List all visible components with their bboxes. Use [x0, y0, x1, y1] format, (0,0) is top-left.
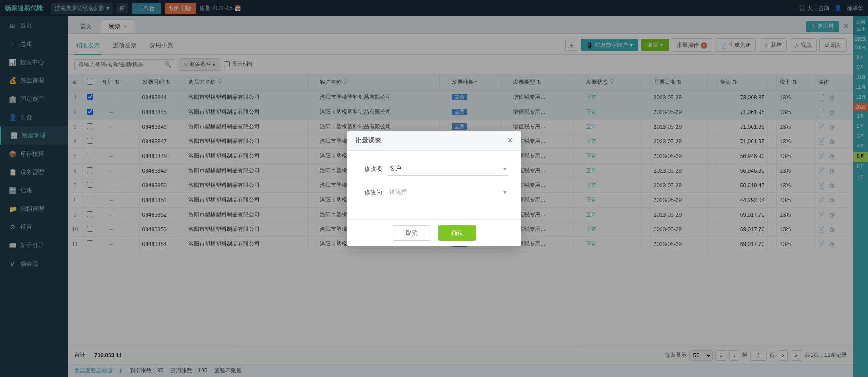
batch-adjust-modal: 批量调整 ✕ 修改项 客户 ▾ 修改为 请选择 ▾ 取消 确认	[347, 131, 521, 246]
modal-footer: 取消 确认	[347, 219, 521, 246]
modify-field-label: 修改项	[360, 165, 382, 173]
select-down-icon: ▾	[503, 165, 507, 172]
modify-to-row: 修改为 请选择 ▾	[360, 185, 508, 199]
modal-title: 批量调整	[355, 137, 381, 145]
modify-field-row: 修改项 客户 ▾	[360, 162, 508, 176]
modify-field-value: 客户	[389, 164, 401, 173]
select-down-icon2: ▾	[503, 189, 507, 196]
modify-field-select[interactable]: 客户 ▾	[388, 162, 508, 176]
modal-body: 修改项 客户 ▾ 修改为 请选择 ▾	[347, 151, 521, 219]
modify-to-select[interactable]: 请选择 ▾	[388, 185, 508, 199]
modal-overlay: 批量调整 ✕ 修改项 客户 ▾ 修改为 请选择 ▾ 取消 确认	[0, 0, 868, 377]
modify-to-placeholder: 请选择	[389, 188, 407, 196]
cancel-button[interactable]: 取消	[393, 225, 431, 241]
confirm-button[interactable]: 确认	[438, 225, 476, 241]
modal-header: 批量调整 ✕	[347, 131, 521, 151]
modal-close-btn[interactable]: ✕	[507, 136, 513, 145]
modify-to-label: 修改为	[360, 188, 382, 197]
